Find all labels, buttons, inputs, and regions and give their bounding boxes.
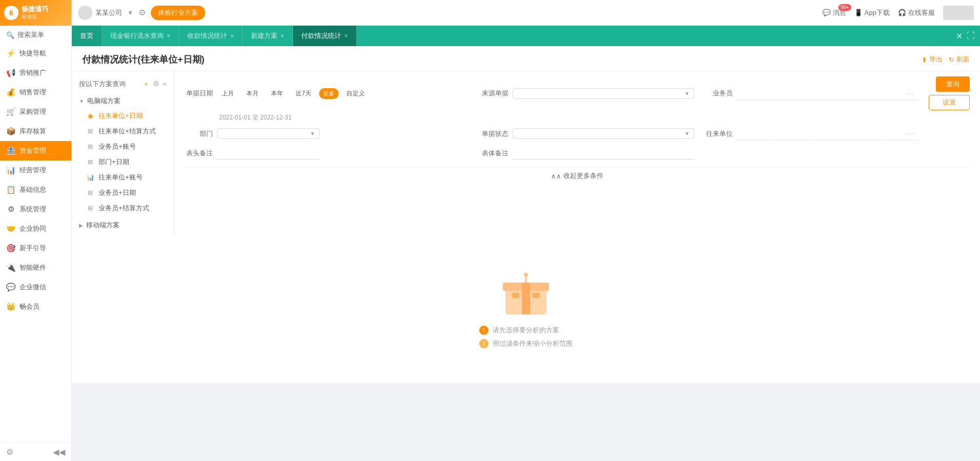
status-chevron-icon: ▼ bbox=[684, 131, 690, 136]
voucher-status-select[interactable]: ▼ bbox=[513, 128, 694, 139]
messages-btn[interactable]: 💬 消息 99+ bbox=[822, 8, 846, 17]
online-service-btn[interactable]: 🎧 在线客服 bbox=[898, 8, 935, 17]
sidebar-item-beginner[interactable]: 🎯 新手引导 bbox=[0, 238, 71, 258]
filter-field-voucher-status: 单据状态 ▼ bbox=[480, 128, 694, 139]
voucher-status-control: ▼ bbox=[513, 128, 694, 139]
quick-nav-icon: ⚡ bbox=[6, 49, 15, 58]
date-btn-last-7-days[interactable]: 近7天 bbox=[291, 87, 316, 100]
scheme-settings-icon[interactable]: ⚙ bbox=[153, 79, 160, 89]
dropdown-chevron-icon[interactable]: ▼ bbox=[127, 9, 133, 16]
sidebar-item-label: 基础信息 bbox=[19, 185, 46, 194]
topbar-settings-icon[interactable]: ⚙ bbox=[139, 8, 146, 17]
date-btn-last-month[interactable]: 上月 bbox=[217, 87, 239, 100]
add-scheme-icon[interactable]: ＋ bbox=[143, 79, 150, 89]
tab-collection-stats[interactable]: 收款情况统计 × bbox=[179, 26, 243, 46]
search-menu[interactable]: 🔍 搜索菜单 bbox=[0, 26, 71, 44]
query-btn[interactable]: 查询 bbox=[936, 76, 970, 92]
purchase-icon: 🛒 bbox=[6, 107, 15, 116]
scheme-panel: 按以下方案查询 ＋ ⚙ « ▼ 电脑端方案 bbox=[72, 71, 174, 237]
sidebar-item-wechat[interactable]: 💬 企业微信 bbox=[0, 277, 71, 297]
scheme-item-partner-date[interactable]: ◉ 往来单位+日期 bbox=[72, 108, 174, 124]
app-download-btn[interactable]: 📱 App下载 bbox=[854, 8, 890, 17]
body-note-label: 表体备注 bbox=[480, 149, 508, 158]
sidebar-item-hardware[interactable]: 🔌 智能硬件 bbox=[0, 258, 71, 277]
filter-field-partner: 往来单位 ··· bbox=[704, 127, 918, 140]
sidebar-item-purchase[interactable]: 🛒 采购管理 bbox=[0, 102, 71, 122]
page-header: 付款情况统计(往来单位+日期) ⬆ 导出 ↻ 刷新 bbox=[72, 46, 980, 71]
sidebar-item-marketing[interactable]: 📢 营销推广 bbox=[0, 63, 71, 83]
tab-home[interactable]: 首页 bbox=[72, 26, 102, 46]
scheme-group-mobile: ▶ 移动端方案 bbox=[72, 218, 174, 232]
scheme-item-dept-date[interactable]: ⊞ 部门+日期 bbox=[72, 154, 174, 170]
department-select[interactable]: ▼ bbox=[217, 128, 320, 139]
sidebar-item-basic[interactable]: 📋 基础信息 bbox=[0, 180, 71, 199]
salesman-control: ··· bbox=[737, 87, 918, 100]
step2-num: 2 bbox=[479, 339, 488, 348]
scheme-item-icon: ⊞ bbox=[86, 127, 94, 135]
tab-collection-close-icon[interactable]: × bbox=[230, 32, 234, 39]
tab-payment-stats-label: 付款情况统计 bbox=[301, 31, 341, 41]
tab-new-scheme-close-icon[interactable]: × bbox=[281, 32, 284, 39]
sidebar-item-label: 销售管理 bbox=[19, 88, 46, 97]
partner-select[interactable]: ··· bbox=[737, 127, 918, 140]
refresh-btn[interactable]: ↻ 刷新 bbox=[949, 55, 970, 64]
svg-point-6 bbox=[524, 273, 528, 277]
scheme-group-desktop-header[interactable]: ▼ 电脑端方案 bbox=[72, 94, 174, 108]
sidebar-item-member[interactable]: 👑 畅会员 bbox=[0, 297, 71, 316]
date-btn-this-month[interactable]: 本月 bbox=[242, 87, 263, 100]
maximize-icon[interactable]: ⛶ bbox=[967, 31, 975, 41]
tab-bank-flow-label: 现金银行流水查询 bbox=[110, 31, 164, 41]
date-btn-this-year[interactable]: 本年 bbox=[266, 87, 288, 100]
scheme-item-partner-account[interactable]: 📊 往来单位+账号 bbox=[72, 170, 174, 185]
scheme-item-salesman-account-label: 业务员+账号 bbox=[99, 142, 136, 151]
tab-new-scheme[interactable]: 新建方案 × bbox=[243, 26, 293, 46]
scheme-item-icon: ⊞ bbox=[86, 158, 94, 166]
download-icon: 📱 bbox=[854, 9, 863, 16]
app-logo: 6 bbox=[4, 6, 18, 20]
tab-payment-close-icon[interactable]: × bbox=[344, 32, 348, 39]
scheme-item-salesman-date[interactable]: ⊞ 业务员+日期 bbox=[72, 185, 174, 201]
sidebar-item-enterprise[interactable]: 🤝 企业协同 bbox=[0, 219, 71, 238]
scheme-item-salesman-settle[interactable]: ⊞ 业务员+结算方式 bbox=[72, 201, 174, 216]
body-note-input[interactable] bbox=[513, 147, 694, 159]
topbar-user-info[interactable]: 某某公司 bbox=[78, 6, 122, 20]
close-all-tabs-icon[interactable]: ✕ bbox=[956, 31, 963, 41]
tab-bank-flow-close-icon[interactable]: × bbox=[167, 32, 170, 39]
tab-new-scheme-label: 新建方案 bbox=[251, 31, 278, 41]
collapse-more-btn[interactable]: ∧∧ 收起更多条件 bbox=[185, 167, 970, 185]
source-voucher-select[interactable]: ▼ bbox=[513, 88, 694, 99]
sidebar-item-quick-nav[interactable]: ⚡ 快捷导航 bbox=[0, 44, 71, 63]
filter-field-header-note: 表头备注 bbox=[185, 147, 470, 159]
sidebar-item-system[interactable]: ⚙ 系统管理 bbox=[0, 199, 71, 219]
department-control: ▼ bbox=[217, 128, 470, 139]
marketing-icon: 📢 bbox=[6, 68, 15, 77]
date-filter-control: 上月 本月 本年 近7天 更多 自定义 bbox=[217, 87, 470, 100]
sidebar-item-sales[interactable]: 💰 销售管理 bbox=[0, 83, 71, 102]
app-name: 畅捷通巧 bbox=[22, 5, 48, 13]
bottom-settings-icon[interactable]: ⚙ bbox=[6, 447, 13, 457]
step1-text: 请先选择要分析的方案 bbox=[493, 326, 559, 335]
export-label: 导出 bbox=[929, 55, 943, 64]
date-btn-more[interactable]: 更多 bbox=[319, 88, 339, 99]
scheme-item-salesman-account[interactable]: ⊞ 业务员+账号 bbox=[72, 139, 174, 154]
svg-rect-4 bbox=[533, 293, 540, 298]
scheme-item-partner-date-label: 往来单位+日期 bbox=[99, 111, 143, 121]
export-btn[interactable]: ⬆ 导出 bbox=[922, 55, 943, 64]
sidebar-item-finance[interactable]: 🏦 资金管理 bbox=[0, 141, 71, 161]
date-btn-custom[interactable]: 自定义 bbox=[342, 87, 369, 100]
tab-payment-stats[interactable]: 付款情况统计 × bbox=[293, 26, 357, 46]
collapse-sidebar-icon[interactable]: ◀◀ bbox=[53, 447, 65, 457]
group-expand-icon: ▼ bbox=[79, 98, 84, 104]
sidebar-item-operations[interactable]: 📊 经营管理 bbox=[0, 161, 71, 180]
filter-settings-btn[interactable]: 设置 bbox=[929, 95, 970, 110]
topbar-username-badge bbox=[943, 6, 974, 20]
sidebar-item-inventory[interactable]: 📦 库存核算 bbox=[0, 122, 71, 141]
scheme-panel-icons: ＋ ⚙ « bbox=[143, 79, 167, 89]
scheme-item-partner-settle[interactable]: ⊞ 往来单位+结算方式 bbox=[72, 124, 174, 139]
collapse-scheme-panel-icon[interactable]: « bbox=[163, 79, 167, 89]
tab-bank-flow[interactable]: 现金银行流水查询 × bbox=[102, 26, 179, 46]
header-note-input[interactable] bbox=[217, 147, 320, 159]
scheme-group-mobile-header[interactable]: ▶ 移动端方案 bbox=[72, 218, 174, 232]
trial-btn[interactable]: 体验行业方案 bbox=[151, 6, 205, 20]
salesman-select[interactable]: ··· bbox=[737, 87, 918, 100]
